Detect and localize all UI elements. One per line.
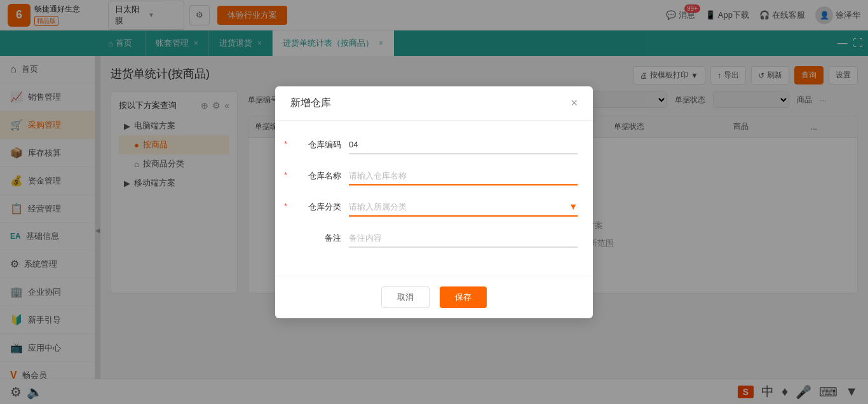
cancel-button[interactable]: 取消 [381,286,430,308]
warehouse-note-row: 备注 [290,229,578,248]
warehouse-category-wrapper: 请输入所属分类 ▼ [349,198,578,217]
modal-close-button[interactable]: × [571,97,578,110]
category-dropdown-icon: ▼ [569,201,578,212]
warehouse-category-label: 仓库分类 [290,201,341,213]
add-warehouse-modal: 新增仓库 × 仓库编码 仓库名称 仓库分类 请输入所属分类 [275,86,593,318]
warehouse-category-row: 仓库分类 请输入所属分类 ▼ [290,198,578,217]
warehouse-code-row: 仓库编码 [290,136,578,154]
warehouse-code-input[interactable] [349,136,578,154]
warehouse-category-select[interactable]: 请输入所属分类 [349,198,569,215]
warehouse-name-row: 仓库名称 [290,167,578,185]
modal-footer: 取消 保存 [275,276,593,318]
warehouse-code-label: 仓库编码 [290,139,341,151]
warehouse-note-input[interactable] [349,229,578,248]
modal-title: 新增仓库 [290,97,331,110]
save-button[interactable]: 保存 [440,286,487,308]
modal-overlay[interactable]: 新增仓库 × 仓库编码 仓库名称 仓库分类 请输入所属分类 [0,0,868,404]
modal-body: 仓库编码 仓库名称 仓库分类 请输入所属分类 ▼ 备注 [275,121,593,276]
warehouse-name-input[interactable] [349,167,578,185]
warehouse-name-label: 仓库名称 [290,170,341,182]
modal-header: 新增仓库 × [275,86,593,121]
warehouse-note-label: 备注 [290,232,341,244]
